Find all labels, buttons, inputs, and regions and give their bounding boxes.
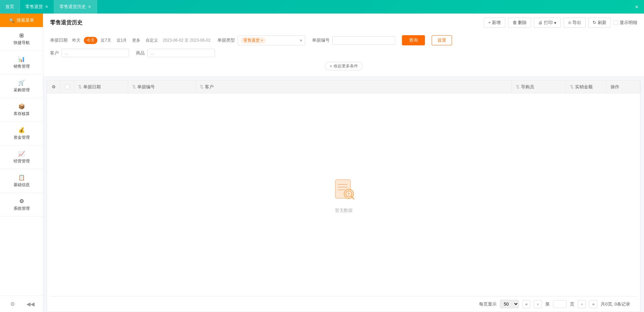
next-page-button[interactable]: › [578, 300, 586, 308]
filter-area: 单据日期 昨天 今天 近7天 近1月 更多 自定义 2023-06-02 至 2… [50, 32, 637, 76]
sidebar-menu: ⊞ 快捷导航 📊 销售管理 🛒 采购管理 📦 库存核算 💰 资金管理 📈 [0, 27, 43, 295]
sidebar-item-finance-label: 资金管理 [14, 135, 30, 140]
col-doc-number-sort-icon[interactable]: ⇅ [132, 84, 136, 89]
last-page-button[interactable]: » [589, 300, 597, 308]
tab-retail-return-history-close[interactable]: ✕ [88, 4, 91, 9]
first-page-button[interactable]: « [522, 300, 530, 308]
page-number-input[interactable]: 1 [553, 300, 567, 308]
empty-text: 暂无数据 [335, 207, 353, 214]
sidebar-bottom: ⚙ ◀◀ [0, 295, 43, 312]
display-detail-checkbox[interactable] [614, 20, 618, 25]
tab-home[interactable]: 首页 [0, 0, 20, 14]
top-bar-close[interactable]: ✕ [629, 4, 644, 9]
sidebar-item-system[interactable]: ⚙ 系统管理 [0, 193, 43, 217]
col-salesperson: ⇅ 导购员 [512, 81, 566, 93]
goods-filter: 商品 ... [136, 49, 215, 57]
sidebar-item-inventory-label: 库存核算 [14, 111, 30, 117]
pagination-area: 每页显示 50 20 100 « ‹ 第 1 页 › » 共0页, 0条记录 [50, 296, 637, 312]
date-shortcut-1month[interactable]: 近1月 [115, 37, 129, 44]
prev-page-button[interactable]: ‹ [534, 300, 542, 308]
col-salesperson-label: 导购员 [521, 84, 534, 90]
table-header: ⚙ ⇅ 单据日期 ⇅ 单据编号 ⇅ 客户 ⇅ 导购员 [47, 81, 640, 93]
col-doc-date: ⇅ 单据日期 [74, 81, 128, 93]
table-select-all[interactable] [61, 81, 74, 93]
sidebar-search[interactable]: 🔍 搜索菜单 [0, 14, 43, 27]
doc-type-tag-close[interactable]: × [261, 38, 263, 42]
doc-type-dropdown-icon: ▾ [300, 38, 302, 43]
page-unit: 页 [570, 301, 574, 307]
page-size-select[interactable]: 50 20 100 [500, 300, 519, 308]
col-customer-sort-icon[interactable]: ⇅ [200, 84, 204, 89]
goods-placeholder: ... [150, 50, 154, 55]
page-header: 零售退货历史 + 新增 🗑 删除 🖨 打印 ▾ ⊙ 导出 ↻ 刷新 显示明细 [43, 14, 644, 77]
doc-type-tag: 零售退货 × [241, 37, 266, 44]
date-shortcut-more[interactable]: 更多 [130, 37, 142, 44]
sidebar-item-finance[interactable]: 💰 资金管理 [0, 122, 43, 146]
sidebar-item-quick-nav[interactable]: ⊞ 快捷导航 [0, 27, 43, 51]
sidebar-item-system-label: 系统管理 [14, 206, 30, 211]
sidebar: 🔍 搜索菜单 ⊞ 快捷导航 📊 销售管理 🛒 采购管理 📦 库存核算 💰 [0, 14, 43, 312]
date-shortcut-today[interactable]: 今天 [84, 37, 97, 44]
table-settings-icon[interactable]: ⚙ [47, 81, 61, 93]
doc-type-tag-text: 零售退货 [243, 38, 260, 43]
customer-placeholder: ... [65, 50, 68, 55]
settings-filter-button[interactable]: 设置 [432, 35, 452, 45]
sidebar-item-operations[interactable]: 📈 经营管理 [0, 146, 43, 169]
sidebar-item-sales-mgmt-label: 销售管理 [14, 64, 30, 69]
empty-state: ? 暂无数据 [330, 176, 357, 214]
add-button[interactable]: + 新增 [484, 18, 505, 28]
page-title-row: 零售退货历史 + 新增 🗑 删除 🖨 打印 ▾ ⊙ 导出 ↻ 刷新 显示明细 [50, 18, 637, 28]
print-label: 🖨 打印 [538, 20, 553, 26]
tab-list: 首页 零售退货 ✕ 零售退货历史 ✕ [0, 0, 629, 14]
display-detail-label: 显示明细 [620, 20, 637, 26]
sidebar-search-label: 搜索菜单 [17, 17, 34, 23]
customer-filter: 客户 ... [50, 49, 129, 57]
col-amount-sort-icon[interactable]: ⇅ [570, 84, 574, 89]
goods-select[interactable]: ... [147, 49, 215, 57]
operations-icon: 📈 [18, 150, 25, 157]
doc-type-filter: 单据类型 零售退货 × ▾ [217, 36, 305, 45]
sidebar-item-sales-mgmt[interactable]: 📊 销售管理 [0, 51, 43, 74]
date-filter-label: 单据日期 [50, 37, 68, 43]
date-shortcut-custom[interactable]: 自定义 [144, 37, 160, 44]
settings-icon[interactable]: ⚙ [8, 299, 17, 309]
tab-retail-return-history[interactable]: 零售退货历史 ✕ [54, 0, 97, 14]
col-actions-label: 操作 [611, 84, 619, 90]
display-detail-toggle[interactable]: 显示明细 [614, 20, 637, 26]
page-title: 零售退货历史 [50, 19, 82, 26]
customer-select[interactable]: ... [62, 49, 129, 57]
collapse-row: ∧ 收起更多条件 [50, 61, 637, 73]
query-button[interactable]: 查询 [402, 35, 425, 45]
collapse-button[interactable]: ∧ 收起更多条件 [325, 62, 362, 70]
col-salesperson-sort-icon[interactable]: ⇅ [516, 84, 520, 89]
system-icon: ⚙ [18, 198, 25, 204]
col-customer: ⇅ 客户 [196, 81, 512, 93]
tab-retail-return[interactable]: 零售退货 ✕ [20, 0, 54, 14]
select-all-checkbox[interactable] [65, 85, 70, 89]
date-shortcut-yesterday[interactable]: 昨天 [70, 37, 82, 44]
sales-mgmt-icon: 📊 [18, 55, 25, 62]
sidebar-item-basic-info[interactable]: 📋 基础信息 [0, 169, 43, 193]
goods-label: 商品 [136, 50, 145, 56]
table-area: ⚙ ⇅ 单据日期 ⇅ 单据编号 ⇅ 客户 ⇅ 导购员 [47, 80, 641, 312]
col-doc-date-sort-icon[interactable]: ⇅ [78, 84, 82, 89]
page-label: 第 [545, 301, 550, 307]
doc-number-input[interactable] [332, 36, 395, 45]
tab-retail-return-history-label: 零售退货历史 [59, 4, 86, 10]
doc-type-select[interactable]: 零售退货 × ▾ [238, 36, 305, 45]
tab-retail-return-close[interactable]: ✕ [45, 4, 48, 9]
sidebar-item-inventory[interactable]: 📦 库存核算 [0, 98, 43, 122]
delete-button[interactable]: 🗑 删除 [508, 18, 531, 28]
print-button[interactable]: 🖨 打印 ▾ [534, 18, 561, 28]
col-customer-label: 客户 [205, 84, 214, 90]
refresh-button[interactable]: ↻ 刷新 [588, 18, 611, 28]
volume-icon[interactable]: ◀◀ [26, 299, 35, 309]
doc-number-label: 单据编号 [312, 37, 330, 43]
export-button[interactable]: ⊙ 导出 [564, 18, 586, 28]
date-shortcut-7days[interactable]: 近7天 [99, 37, 113, 44]
purchase-mgmt-icon: 🛒 [18, 79, 25, 86]
finance-icon: 💰 [18, 127, 25, 133]
sidebar-item-purchase-mgmt[interactable]: 🛒 采购管理 [0, 74, 43, 98]
filter-row-1: 单据日期 昨天 今天 近7天 近1月 更多 自定义 2023-06-02 至 2… [50, 35, 637, 45]
search-icon: 🔍 [9, 18, 15, 23]
